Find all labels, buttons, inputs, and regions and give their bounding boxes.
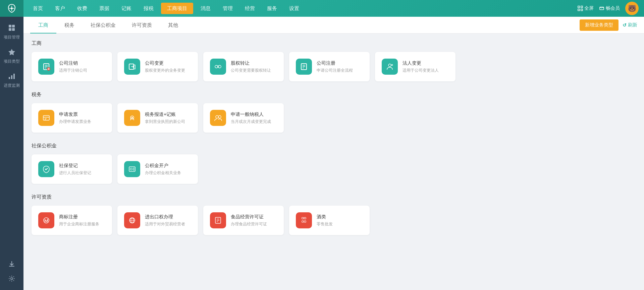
card-food-license[interactable]: 食品经营许可证 办理食品经营许可证: [203, 206, 284, 235]
card-social-insurance[interactable]: 社保登记 进行人员社保登记: [32, 154, 112, 184]
card-title-company-change: 公司变更: [145, 60, 185, 66]
card-general-taxpayer[interactable]: 申请一般纳税人 当月或次月成变更完成: [203, 103, 284, 133]
svg-rect-8: [9, 28, 11, 31]
svg-rect-4: [581, 9, 583, 11]
card-desc-import-export: 适用于对外贸易经营者: [145, 221, 185, 227]
company-cancel-icon: [38, 59, 54, 75]
nav-fee[interactable]: 收费: [71, 0, 93, 17]
mascot-avatar[interactable]: 🐻: [625, 2, 639, 15]
card-desc-alcohol: 零售批发: [317, 221, 333, 227]
svg-rect-7: [12, 25, 15, 27]
card-title-legal-person-change: 法人变更: [402, 60, 439, 66]
nav-customer[interactable]: 客户: [49, 0, 71, 17]
cards-shebao: 社保登记 进行人员社保登记 公积金开户 办理公积金相关业务: [32, 154, 636, 184]
card-import-export[interactable]: 进出口权办理 适用于对外贸易经营者: [117, 206, 198, 235]
svg-rect-14: [9, 266, 14, 267]
fullscreen-label: 全屏: [584, 5, 594, 11]
section-xuke: 许可资质 商标注册 用于企业商标注册服务: [32, 194, 636, 235]
card-tax-report[interactable]: 税务报道+记账 拿到营业执照的新公司: [117, 103, 198, 133]
card-text-food-license: 食品经营许可证 办理食品经营许可证: [231, 214, 267, 227]
main-layout: 项目管理 项目类型 进度监测 工商 税务 社: [0, 17, 644, 290]
nav-bill[interactable]: 票据: [93, 0, 115, 17]
sidebar-item-project-manage[interactable]: 项目管理: [0, 20, 23, 44]
card-company-register[interactable]: 公司注册 申请公司注册全流程: [289, 52, 370, 81]
svg-rect-11: [9, 77, 10, 79]
main-scroll-area[interactable]: 工商 公司注销 适用于注销公司: [23, 33, 644, 290]
logo[interactable]: [0, 0, 23, 17]
card-apply-invoice[interactable]: 申请发票 办理申请发票业务: [32, 103, 112, 133]
svg-point-37: [216, 116, 218, 118]
svg-point-38: [218, 116, 221, 118]
card-desc-apply-invoice: 办理申请发票业务: [59, 119, 91, 125]
vip-label: 畅会员: [606, 5, 620, 11]
card-trademark[interactable]: 商标注册 用于企业商标注册服务: [32, 206, 112, 235]
card-title-company-cancel: 公司注销: [59, 60, 87, 66]
cards-xuke: 商标注册 用于企业商标注册服务 进出口权办理 适用于对外贸易经营者: [32, 206, 636, 235]
card-desc-company-register: 申请公司注册全流程: [317, 68, 353, 73]
section-title-shebao: 社保公积金: [32, 143, 636, 149]
card-company-cancel[interactable]: 公司注销 适用于注销公司: [32, 52, 112, 81]
svg-rect-9: [12, 28, 15, 31]
vip-button[interactable]: 畅会员: [599, 5, 620, 11]
card-desc-social-insurance: 进行人员社保登记: [59, 170, 91, 176]
svg-rect-6: [9, 25, 11, 27]
svg-point-0: [11, 7, 13, 9]
card-company-change[interactable]: 公司变更 股权变更外的业务变更: [117, 52, 198, 81]
company-change-icon: [124, 59, 140, 75]
card-desc-general-taxpayer: 当月或次月成变更完成: [231, 119, 271, 125]
card-desc-legal-person-change: 适用于公司变更法人: [402, 68, 439, 73]
svg-rect-56: [302, 221, 304, 222]
progress-icon: [8, 72, 15, 81]
nav-service[interactable]: 服务: [261, 0, 283, 17]
card-equity-transfer[interactable]: 股权转让 公司变更需要股权转让: [203, 52, 284, 81]
svg-rect-57: [304, 221, 306, 222]
nav-message[interactable]: 消息: [195, 0, 217, 17]
tab-xuke[interactable]: 许可资质: [124, 17, 160, 33]
svg-point-30: [388, 64, 391, 67]
svg-rect-1: [578, 6, 580, 8]
svg-point-40: [130, 168, 132, 170]
tab-actions: 新增业务类型 ↺ 刷新: [580, 19, 637, 31]
cards-shuiwu: 申请发票 办理申请发票业务 税务报道+记账 拿到营业执照的新公司: [32, 103, 636, 133]
tab-shebao[interactable]: 社保公积金: [83, 17, 124, 33]
new-type-button[interactable]: 新增业务类型: [580, 19, 619, 31]
top-nav: 首页 客户 收费 票据 记账 报税 工商项目 消息 管理 经营 服务 设置 全屏…: [0, 0, 644, 17]
card-title-company-register: 公司注册: [317, 60, 353, 66]
sidebar-item-project-type[interactable]: 项目类型: [0, 44, 23, 68]
nav-settings[interactable]: 设置: [283, 0, 305, 17]
svg-rect-31: [43, 116, 49, 120]
sidebar-settings-icon[interactable]: [6, 273, 18, 285]
card-desc-housing-fund: 办理公积金相关业务: [145, 170, 181, 176]
sidebar-bottom: [6, 258, 18, 290]
card-title-food-license: 食品经营许可证: [231, 214, 267, 220]
card-desc-tax-report: 拿到营业执照的新公司: [145, 119, 185, 125]
cards-gongshang: 公司注销 适用于注销公司 公司变更 股权变更外的业务变更: [32, 52, 636, 81]
sidebar-item-progress[interactable]: 进度监测: [0, 68, 23, 92]
refresh-button[interactable]: ↺ 刷新: [623, 22, 637, 28]
social-insurance-icon: [38, 161, 54, 177]
nav-manage[interactable]: 管理: [217, 0, 239, 17]
card-title-housing-fund: 公积金开户: [145, 163, 181, 169]
section-gongshang: 工商 公司注销 适用于注销公司: [32, 40, 636, 81]
card-legal-person-change[interactable]: 法人变更 适用于公司变更法人: [375, 52, 455, 81]
tab-other[interactable]: 其他: [160, 17, 186, 33]
sidebar-download-icon[interactable]: [6, 258, 18, 270]
card-alcohol[interactable]: 酒类 零售批发: [289, 206, 370, 235]
tab-shuiwu[interactable]: 税务: [56, 17, 83, 33]
card-title-apply-invoice: 申请发票: [59, 112, 91, 118]
card-title-equity-transfer: 股权转让: [231, 60, 271, 66]
card-housing-fund[interactable]: 公积金开户 办理公积金相关业务: [117, 154, 198, 184]
nav-business[interactable]: 工商项目: [161, 3, 193, 14]
top-nav-right: 全屏 畅会员 🐻: [578, 2, 644, 15]
tab-gongshang[interactable]: 工商: [30, 17, 56, 33]
nav-accounting[interactable]: 记账: [115, 0, 138, 17]
project-manage-icon: [8, 24, 15, 33]
nav-tax[interactable]: 报税: [138, 0, 160, 17]
svg-rect-13: [13, 74, 15, 79]
company-register-icon: [296, 59, 312, 75]
nav-home[interactable]: 首页: [27, 0, 49, 17]
card-text-equity-transfer: 股权转让 公司变更需要股权转让: [231, 60, 271, 73]
fullscreen-button[interactable]: 全屏: [578, 5, 594, 11]
mascot-icon: 🐻: [628, 4, 636, 12]
nav-operation[interactable]: 经营: [239, 0, 261, 17]
